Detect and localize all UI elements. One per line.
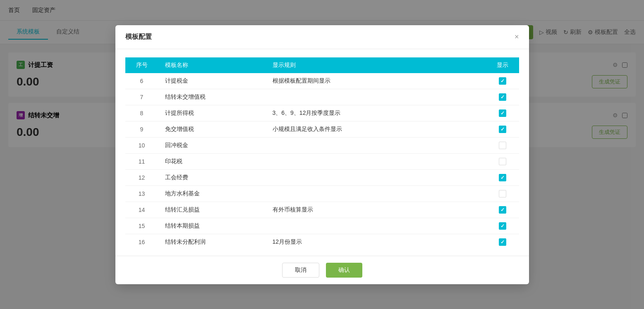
cell-name: 结转汇兑损益 [158,202,266,218]
col-header-id: 序号 [125,57,158,73]
modal-close-button[interactable]: × [515,33,519,40]
cell-rule: 有外币核算显示 [266,202,486,218]
cell-checkbox[interactable] [486,202,519,218]
cell-id: 10 [125,137,158,153]
cell-checkbox[interactable] [486,137,519,153]
cell-rule: 根据模板配置期间显示 [266,73,486,89]
checkbox-12[interactable] [499,174,506,181]
cell-name: 计提税金 [158,73,266,89]
cell-name: 工会经费 [158,169,266,185]
checkbox-9[interactable] [499,126,506,133]
cell-id: 8 [125,105,158,121]
cell-checkbox[interactable] [486,105,519,121]
checkbox-8[interactable] [499,109,506,117]
cell-rule [266,218,486,234]
cell-rule: 小规模且满足收入条件显示 [266,121,486,137]
table-row: 12工会经费 [125,169,519,185]
cell-name: 回冲税金 [158,137,266,153]
config-table: 序号 模板名称 显示规则 显示 6计提税金根据模板配置期间显示7结转未交增值税8… [125,57,519,247]
cell-id: 7 [125,89,158,105]
cell-checkbox[interactable] [486,218,519,234]
cell-rule: 12月份显示 [266,234,486,247]
cell-name: 结转本期损益 [158,218,266,234]
cell-rule [266,153,486,169]
modal-body: 序号 模板名称 显示规则 显示 6计提税金根据模板配置期间显示7结转未交增值税8… [115,49,529,256]
cell-rule [266,89,486,105]
confirm-button[interactable]: 确认 [326,263,362,278]
table-row: 11印花税 [125,153,519,169]
col-header-rule: 显示规则 [266,57,486,73]
table-scroll-area[interactable]: 序号 模板名称 显示规则 显示 6计提税金根据模板配置期间显示7结转未交增值税8… [125,57,519,247]
cell-checkbox[interactable] [486,153,519,169]
cell-id: 16 [125,234,158,247]
modal-overlay: 模板配置 × 序号 模板名称 显示规则 显示 6计提税金根据模板配置期间显 [0,0,644,309]
cell-rule [266,137,486,153]
table-row: 13地方水利基金 [125,185,519,202]
cell-name: 结转未分配利润 [158,234,266,247]
cell-checkbox[interactable] [486,121,519,137]
table-row: 9免交增值税小规模且满足收入条件显示 [125,121,519,137]
checkbox-6[interactable] [499,77,506,85]
cell-name: 免交增值税 [158,121,266,137]
cell-checkbox[interactable] [486,89,519,105]
table-row: 16结转未分配利润12月份显示 [125,234,519,247]
cancel-button[interactable]: 取消 [282,263,319,278]
cell-id: 15 [125,218,158,234]
cell-name: 地方水利基金 [158,185,266,202]
table-row: 15结转本期损益 [125,218,519,234]
col-header-name: 模板名称 [158,57,266,73]
table-row: 6计提税金根据模板配置期间显示 [125,73,519,89]
cell-id: 14 [125,202,158,218]
cell-checkbox[interactable] [486,169,519,185]
table-row: 14结转汇兑损益有外币核算显示 [125,202,519,218]
checkbox-10[interactable] [499,142,506,149]
checkbox-7[interactable] [499,93,506,101]
modal-footer: 取消 确认 [115,256,529,284]
cell-rule: 3、6、9、12月按季度显示 [266,105,486,121]
col-header-show: 显示 [486,57,519,73]
checkbox-14[interactable] [499,206,506,214]
cell-rule [266,185,486,202]
cell-rule [266,169,486,185]
table-row: 10回冲税金 [125,137,519,153]
table-row: 8计提所得税3、6、9、12月按季度显示 [125,105,519,121]
cell-name: 结转未交增值税 [158,89,266,105]
checkbox-11[interactable] [499,158,506,165]
cell-id: 13 [125,185,158,202]
cell-name: 计提所得税 [158,105,266,121]
checkbox-13[interactable] [499,190,506,197]
checkbox-15[interactable] [499,222,506,230]
modal-header: 模板配置 × [115,25,529,49]
table-body: 6计提税金根据模板配置期间显示7结转未交增值税8计提所得税3、6、9、12月按季… [125,73,519,247]
cell-name: 印花税 [158,153,266,169]
checkbox-16[interactable] [499,238,506,246]
cell-checkbox[interactable] [486,234,519,247]
cell-id: 6 [125,73,158,89]
cell-id: 9 [125,121,158,137]
cell-checkbox[interactable] [486,185,519,202]
cell-id: 12 [125,169,158,185]
table-row: 7结转未交增值税 [125,89,519,105]
cell-id: 11 [125,153,158,169]
table-header: 序号 模板名称 显示规则 显示 [125,57,519,73]
cell-checkbox[interactable] [486,73,519,89]
modal-title: 模板配置 [125,33,152,41]
modal: 模板配置 × 序号 模板名称 显示规则 显示 6计提税金根据模板配置期间显 [115,25,529,284]
